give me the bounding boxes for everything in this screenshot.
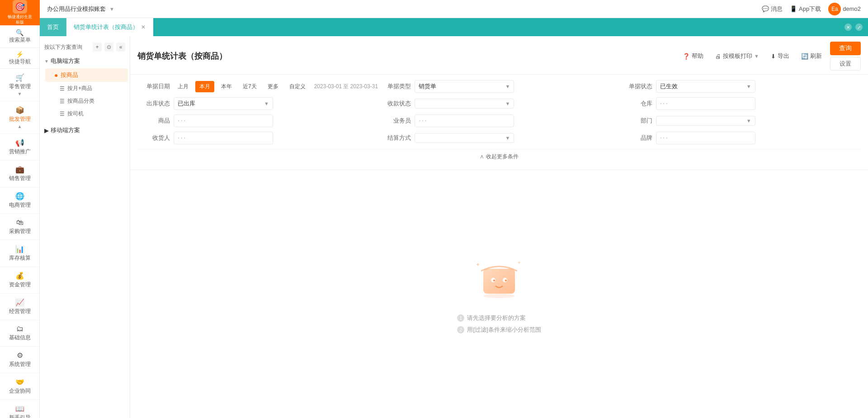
export-label: 导出 [778, 52, 789, 60]
plan-item-by-product[interactable]: ● 按商品 [45, 68, 128, 82]
doc-status-value: 已生效 [660, 82, 678, 90]
svg-point-8 [483, 294, 515, 298]
tab-close-icon[interactable]: ✕ [141, 24, 146, 30]
by-category-label: 按商品分类 [67, 97, 94, 105]
filter-row-4: 收货人 ··· 结算方式 ▼ 品牌 [137, 132, 861, 144]
guide-icon: 📖 [15, 404, 24, 413]
filter-row-3: 商品 ··· 业务员 ··· 部门 [137, 114, 861, 127]
industry-selector[interactable]: 办公用品行业模拟账套 [47, 5, 106, 13]
refresh-btn[interactable]: 🔄 刷新 [797, 50, 826, 62]
finance-icon: 💰 [15, 271, 24, 280]
salesperson-input[interactable]: ··· [415, 114, 514, 127]
main-content: 办公用品行业模拟账套 ▼ 💬 消息 📱 App下载 Ea demo2 首页 销货… [40, 0, 868, 418]
add-plan-btn[interactable]: + [93, 43, 102, 52]
doc-type-select[interactable]: 销货单 ▼ [415, 80, 514, 93]
department-arrow-icon: ▼ [746, 118, 751, 124]
date-btn-more[interactable]: 更多 [264, 81, 283, 92]
plan-item-by-month-product[interactable]: ☰ 按月+商品 [45, 82, 128, 95]
tab-home[interactable]: 首页 [40, 18, 66, 36]
print-arrow-icon: ▼ [754, 53, 759, 59]
app-name: 畅捷通好生意 [8, 14, 32, 19]
window-maximize-btn[interactable]: ⤢ [855, 24, 863, 31]
query-button[interactable]: 查询 [830, 42, 861, 55]
sidebar-label-ecommerce: 电商管理 [9, 201, 31, 209]
out-status-filter: 已出库 ▼ [174, 97, 378, 110]
brand-input[interactable]: ··· [656, 132, 755, 144]
doc-type-arrow-icon: ▼ [505, 84, 510, 89]
receipt-status-select[interactable]: ▼ [415, 99, 514, 109]
sidebar-label-sales: 销售管理 [9, 175, 31, 182]
sidebar-item-finance[interactable]: 💰 资金管理 [0, 267, 39, 294]
doc-status-select[interactable]: 已生效 ▼ [656, 80, 755, 93]
settings-button[interactable]: 设置 [830, 57, 861, 71]
out-status-select[interactable]: 已出库 ▼ [174, 97, 273, 110]
sidebar-item-basic[interactable]: 🗂 基础信息 [0, 320, 39, 347]
refresh-icon: 🔄 [801, 53, 808, 60]
sidebar-item-purchase[interactable]: 🛍 采购管理 [0, 214, 39, 240]
sidebar-item-collab[interactable]: 🤝 企业协同 [0, 373, 39, 400]
quick-nav[interactable]: ⚡ 快捷导航 [0, 48, 39, 69]
product-filter: ··· [174, 114, 378, 127]
sidebar-item-guide[interactable]: 📖 新手引导 [0, 400, 39, 418]
brand-dots: ··· [660, 134, 669, 142]
product-label: 商品 [137, 117, 174, 125]
quick-nav-label: 快捷导航 [9, 58, 31, 65]
tab-bar: 首页 销货单统计表（按商品） ✕ ✕ ⤢ [40, 18, 868, 36]
refresh-plan-btn[interactable]: ⊙ [104, 43, 113, 52]
collapse-panel-btn[interactable]: « [116, 43, 125, 52]
dropdown-arrow-icon[interactable]: ▼ [109, 6, 114, 12]
sidebar-item-marketing[interactable]: 📢 营销推广 [0, 134, 39, 161]
department-select[interactable]: ▼ [656, 116, 755, 126]
page-title: 销货单统计表（按商品） [137, 51, 227, 62]
date-btn-last-month[interactable]: 上月 [174, 81, 193, 92]
export-btn[interactable]: ⬇ 导出 [767, 50, 793, 62]
sales-icon: 💼 [15, 165, 24, 174]
mobile-group-arrow: ▶ [44, 127, 49, 134]
user-profile[interactable]: Ea demo2 [828, 3, 861, 15]
sidebar-item-retail[interactable]: 🛒 零售管理 ▼ [0, 69, 39, 101]
settlement-filter: ▼ [415, 133, 619, 143]
product-dots: ··· [178, 117, 186, 125]
help-btn[interactable]: ❓ 帮助 [679, 50, 707, 62]
plan-item-by-category[interactable]: ☰ 按商品分类 [45, 95, 128, 107]
filter-row-2: 出库状态 已出库 ▼ 收款状态 ▼ 仓库 [137, 97, 861, 110]
date-btn-custom[interactable]: 自定义 [285, 81, 310, 92]
sidebar-item-inventory[interactable]: 📊 库存核算 [0, 240, 39, 267]
mobile-group-label: 移动端方案 [51, 126, 80, 134]
date-btn-this-month[interactable]: 本月 [195, 81, 214, 92]
right-panel: 销货单统计表（按商品） ❓ 帮助 🖨 按模板打印 ▼ ⬇ 导出 [130, 36, 868, 418]
date-btn-7days[interactable]: 近7天 [239, 81, 261, 92]
sidebar-item-ecommerce[interactable]: 🌐 电商管理 [0, 187, 39, 214]
sidebar-item-sales[interactable]: 💼 销售管理 [0, 161, 39, 187]
desktop-group-title[interactable]: ▼ 电脑端方案 [40, 54, 130, 68]
sidebar-item-wholesale[interactable]: 📦 批发管理 ▲ [0, 101, 39, 134]
sidebar-item-system[interactable]: ⚙ 系统管理 [0, 347, 39, 373]
app-download-btn[interactable]: 📱 App下载 [790, 5, 821, 13]
message-btn[interactable]: 💬 消息 [762, 5, 783, 13]
sidebar-item-operations[interactable]: 📈 经营管理 [0, 294, 39, 320]
retail-arrow: ▼ [18, 91, 22, 96]
plan-item-by-machine[interactable]: ☰ 按司机 [45, 108, 128, 120]
department-label: 部门 [620, 117, 656, 125]
sidebar: 🎯 畅捷通好生意 标版 🔍 搜索菜单 ⚡ 快捷导航 🛒 零售管理 ▼ 📦 批发管… [0, 0, 40, 418]
tip-text-1: 请先选择要分析的方案 [467, 314, 526, 322]
ecommerce-icon: 🌐 [15, 192, 24, 200]
product-input[interactable]: ··· [174, 114, 273, 127]
settlement-select[interactable]: ▼ [415, 133, 514, 143]
settlement-label: 结算方式 [378, 134, 415, 142]
mobile-group-title[interactable]: ▶ 移动端方案 [40, 124, 130, 137]
warehouse-input[interactable]: ··· [656, 97, 755, 110]
tab-sales-stat[interactable]: 销货单统计表（按商品） ✕ [66, 18, 153, 36]
print-label: 按模板打印 [723, 52, 752, 60]
recipient-input[interactable]: ··· [174, 132, 273, 144]
avatar: Ea [828, 3, 841, 15]
sidebar-label-collab: 企业协同 [9, 387, 31, 395]
search-menu[interactable]: 🔍 搜索菜单 [0, 25, 39, 48]
date-btn-this-year[interactable]: 本年 [217, 81, 236, 92]
window-close-btn[interactable]: ✕ [844, 24, 852, 31]
print-btn[interactable]: 🖨 按模板打印 ▼ [712, 50, 763, 62]
app-logo[interactable]: 🎯 畅捷通好生意 标版 [0, 0, 40, 25]
message-icon: 💬 [762, 5, 769, 12]
collapse-bar[interactable]: ∧ 收起更多条件 [137, 149, 861, 164]
collab-icon: 🤝 [15, 378, 24, 386]
